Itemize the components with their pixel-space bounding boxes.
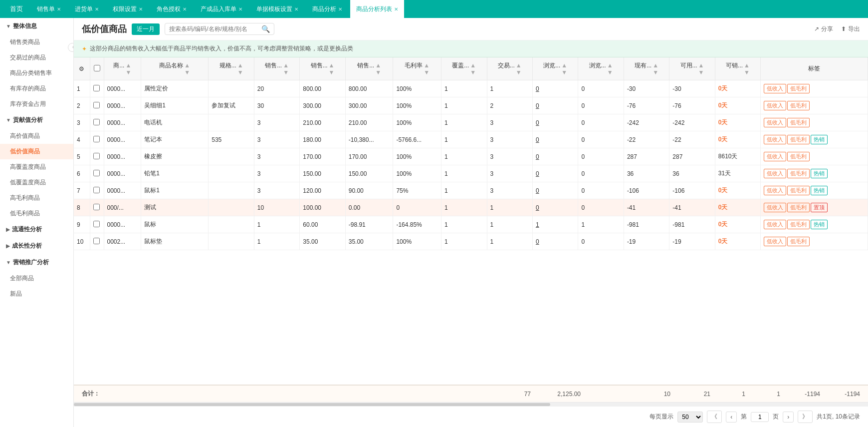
sidebar-group-overview[interactable]: ▼ 整体信息	[0, 18, 73, 34]
row-spec	[209, 148, 254, 165]
col-sales2[interactable]: 销售...▲▼	[300, 57, 345, 80]
export-btn[interactable]: ⬆ 导出	[841, 25, 860, 33]
row-trade: 3	[487, 148, 532, 165]
col-days[interactable]: 可销...▲▼	[715, 57, 760, 80]
row-browse1[interactable]: 0	[532, 148, 578, 165]
share-btn[interactable]: ↗ 分享	[814, 25, 833, 33]
sidebar-item-stock-products[interactable]: 有库存的商品	[0, 81, 73, 96]
per-page-label: 每页显示	[650, 413, 673, 421]
row-spec	[209, 199, 254, 216]
table-row: 10 0002... 鼠标垫 1 35.00 35.00 100% 1 1 0 …	[74, 233, 868, 250]
row-trade: 1	[487, 233, 532, 250]
sidebar-item-traded[interactable]: 交易过的商品	[0, 50, 73, 65]
col-cover[interactable]: 覆盖...▲▼	[441, 57, 487, 80]
sidebar-group-marketing[interactable]: ▼ 营销推广分析	[0, 254, 73, 271]
row-margin: 0	[393, 199, 441, 216]
table-area: ⚙ 商...▲▼ 商品名称▲▼ 规格...▲▼ 销售...▲▼ 销售...▲▼ …	[74, 57, 868, 385]
nav-product-analysis[interactable]: 商品分析✕	[306, 0, 348, 18]
row-stock1: -41	[624, 199, 669, 216]
row-checkbox[interactable]	[90, 97, 104, 114]
notice-icon: ✦	[82, 45, 87, 52]
tag-低收入: 低收入	[764, 152, 786, 161]
row-checkbox[interactable]	[90, 80, 104, 97]
row-checkbox[interactable]	[90, 199, 104, 216]
row-no: 9	[74, 216, 90, 233]
nav-purchase[interactable]: 进货单✕	[69, 0, 105, 18]
total-info: 共1页, 10条记录	[817, 413, 860, 421]
row-browse1[interactable]: 0	[532, 233, 578, 250]
col-name[interactable]: 商品名称▲▼	[141, 57, 209, 80]
time-filter-btn[interactable]: 近一月	[132, 23, 160, 35]
row-browse1[interactable]: 0	[532, 131, 578, 148]
sidebar-item-stock-funds[interactable]: 库存资金占用	[0, 96, 73, 112]
col-sales3[interactable]: 销售...▲▼	[345, 57, 393, 80]
sidebar-item-low-margin[interactable]: 低毛利商品	[0, 206, 73, 221]
row-browse1[interactable]: 1	[532, 216, 578, 233]
table-row: 4 0000... 笔记本 535 3 180.00 -10,380... -5…	[74, 131, 868, 148]
row-browse1[interactable]: 0	[532, 80, 578, 97]
per-page-select[interactable]: 50 100	[677, 412, 703, 423]
horizontal-scrollbar[interactable]	[74, 402, 868, 406]
row-checkbox[interactable]	[90, 165, 104, 182]
col-stock2[interactable]: 可用...▲▼	[669, 57, 715, 80]
sidebar-item-high-coverage[interactable]: 高覆盖度商品	[0, 159, 73, 175]
row-browse1[interactable]: 0	[532, 199, 578, 216]
nav-stock-in[interactable]: 产成品入库单✕	[195, 0, 248, 18]
sidebar-group-growth[interactable]: ▶ 成长性分析	[0, 238, 73, 254]
nav-product-analysis-list[interactable]: 商品分析列表✕	[350, 0, 404, 18]
next-page-btn[interactable]: ›	[783, 412, 794, 423]
sidebar-group-contribution[interactable]: ▼ 贡献值分析	[0, 112, 73, 128]
row-checkbox[interactable]	[90, 131, 104, 148]
sidebar-item-low-coverage[interactable]: 低覆盖度商品	[0, 175, 73, 190]
sidebar-item-sales-products[interactable]: 销售类商品	[0, 34, 73, 50]
sidebar-group-liquidity[interactable]: ▶ 流通性分析	[0, 221, 73, 238]
page-input[interactable]	[751, 412, 769, 422]
col-trade[interactable]: 交易...▲▼	[487, 57, 532, 80]
search-input[interactable]	[169, 25, 259, 32]
col-checkbox-all[interactable]	[90, 57, 104, 80]
col-settings[interactable]: ⚙	[74, 57, 90, 80]
sidebar-item-new-products[interactable]: 新品	[0, 286, 73, 302]
nav-template[interactable]: 单据模板设置✕	[250, 0, 304, 18]
row-browse1[interactable]: 0	[532, 97, 578, 114]
row-browse1[interactable]: 0	[532, 182, 578, 199]
sidebar-collapse-btn[interactable]: 《	[68, 43, 74, 52]
first-page-btn[interactable]: 《	[707, 411, 722, 423]
col-spec[interactable]: 规格...▲▼	[209, 57, 254, 80]
row-checkbox[interactable]	[90, 216, 104, 233]
last-page-btn[interactable]: 》	[798, 411, 813, 423]
nav-permission[interactable]: 权限设置✕	[107, 0, 149, 18]
row-code: 0000...	[104, 216, 141, 233]
row-browse1[interactable]: 0	[532, 165, 578, 182]
search-icon[interactable]: 🔍	[261, 25, 270, 33]
col-sales1[interactable]: 销售...▲▼	[254, 57, 299, 80]
prev-page-btn[interactable]: ‹	[726, 412, 737, 423]
nav-role[interactable]: 角色授权✕	[151, 0, 193, 18]
sidebar-item-all-products[interactable]: 全部商品	[0, 271, 73, 286]
totals-browse1: 1	[720, 391, 745, 398]
col-margin[interactable]: 毛利率▲▼	[393, 57, 441, 80]
row-browse2: 0	[578, 199, 624, 216]
row-stock2: -76	[669, 97, 715, 114]
col-browse2[interactable]: 浏览...▲▼	[578, 57, 624, 80]
nav-home[interactable]: 首页	[4, 0, 29, 18]
sidebar-item-high-value[interactable]: 高价值商品	[0, 128, 73, 144]
sidebar-item-low-value[interactable]: 低价值商品	[0, 144, 73, 159]
scrollbar-thumb[interactable]	[74, 403, 550, 406]
col-code[interactable]: 商...▲▼	[104, 57, 141, 80]
row-browse1[interactable]: 0	[532, 114, 578, 131]
sidebar-item-high-margin[interactable]: 高毛利商品	[0, 190, 73, 206]
sidebar-item-category-rate[interactable]: 商品分类销售率	[0, 65, 73, 81]
row-cover: 1	[441, 148, 487, 165]
row-s2: 35.00	[300, 233, 345, 250]
row-checkbox[interactable]	[90, 182, 104, 199]
row-checkbox[interactable]	[90, 114, 104, 131]
col-browse1[interactable]: 浏览...▲▼	[532, 57, 578, 80]
col-tags[interactable]: 标签	[761, 57, 868, 80]
table-row: 7 0000... 鼠标1 3 120.00 90.00 75% 1 3 0 0…	[74, 182, 868, 199]
nav-sales[interactable]: 销售单✕	[31, 0, 67, 18]
row-checkbox[interactable]	[90, 233, 104, 250]
row-checkbox[interactable]	[90, 148, 104, 165]
row-code: 0000...	[104, 97, 141, 114]
col-stock1[interactable]: 现有...▲▼	[624, 57, 669, 80]
